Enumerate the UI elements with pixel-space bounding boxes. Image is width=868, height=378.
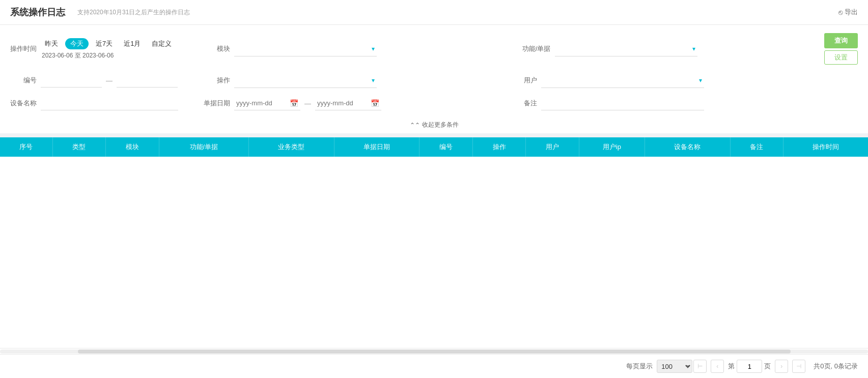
number-start-input[interactable] — [41, 73, 102, 88]
date-end-wrapper: 📅 — [315, 96, 381, 110]
setting-button[interactable]: 设置 — [824, 50, 858, 65]
date-start-wrapper: 📅 — [234, 96, 300, 110]
table-col-功能/单据: 功能/单据 — [159, 137, 248, 157]
user-label: 用户 — [511, 76, 541, 85]
time-btn-yesterday[interactable]: 昨天 — [41, 38, 62, 49]
module-select-wrapper: ▾ — [234, 41, 377, 56]
user-select-wrapper: ▾ — [541, 73, 704, 88]
table-col-设备名称: 设备名称 — [645, 137, 730, 157]
filter-row-1: 操作时间 昨天 今天 近7天 近1月 自定义 2023-06-06 至 2023… — [10, 33, 858, 65]
function-select[interactable] — [555, 41, 697, 56]
device-input[interactable] — [41, 96, 178, 110]
table-col-序号: 序号 — [0, 137, 52, 157]
time-btn-custom[interactable]: 自定义 — [148, 38, 176, 49]
table-col-单据日期: 单据日期 — [334, 137, 419, 157]
function-filter-col: 功能/单据 ▾ — [519, 41, 815, 56]
time-filter-group: 昨天 今天 近7天 近1月 自定义 — [41, 38, 176, 49]
pagination-bar: 每页显示 100 50 200 ▾ ⊢ ‹ 第 页 › ⊣ 共0页, 0条记录 — [0, 354, 868, 378]
scrollbar-track — [0, 350, 868, 354]
module-label: 模块 — [204, 44, 234, 53]
scrollbar-thumb[interactable] — [78, 350, 791, 354]
remark-label: 备注 — [511, 99, 541, 108]
user-filter-col: 用户 ▾ — [511, 73, 797, 88]
module-select[interactable] — [234, 41, 377, 56]
table-col-模块: 模块 — [106, 137, 159, 157]
filter-row-3: 设备名称 单据日期 📅 — 📅 备注 — [10, 96, 858, 110]
page-title: 系统操作日志 — [10, 6, 65, 18]
export-button[interactable]: ⎋ 导出 — [838, 8, 858, 17]
operation-label: 操作 — [204, 76, 234, 85]
export-icon: ⎋ — [838, 8, 843, 16]
time-label: 操作时间 — [10, 44, 41, 53]
number-range-sep: — — [106, 77, 113, 84]
first-page-button[interactable]: ⊢ — [693, 360, 707, 373]
device-filter-col: 设备名称 — [10, 96, 183, 110]
time-filter-col: 操作时间 昨天 今天 近7天 近1月 自定义 2023-06-06 至 2023… — [10, 38, 183, 60]
table-col-业务类型: 业务类型 — [249, 137, 334, 157]
device-label: 设备名称 — [10, 99, 41, 108]
data-table: 序号类型模块功能/单据业务类型单据日期编号操作用户用户ip设备名称备注操作时间 — [0, 137, 868, 157]
voucher-date-filter-col: 单据日期 📅 — 📅 — [204, 96, 490, 110]
page-header: 系统操作日志 支持2020年10月31日之后产生的操作日志 ⎋ 导出 — [0, 0, 868, 25]
table-col-用户ip: 用户ip — [579, 137, 645, 157]
table-col-编号: 编号 — [419, 137, 472, 157]
table-col-类型: 类型 — [52, 137, 105, 157]
collapse-row: ⌃⌃ 收起更多条件 — [10, 119, 858, 129]
scrollbar-row — [0, 348, 868, 354]
query-button[interactable]: 查询 — [824, 33, 858, 48]
empty-state — [0, 157, 868, 335]
page-info: 第 页 — [728, 360, 771, 373]
collapse-button[interactable]: ⌃⌃ 收起更多条件 — [410, 121, 459, 129]
page-number-input[interactable] — [737, 360, 762, 373]
page-size-arrow: ▾ — [686, 363, 689, 370]
operation-filter-col: 操作 ▾ — [204, 73, 490, 88]
calendar-end-icon[interactable]: 📅 — [371, 99, 379, 107]
page-size-label: 每页显示 — [626, 362, 653, 371]
page-unit: 页 — [764, 362, 771, 371]
table-col-备注: 备注 — [730, 137, 783, 157]
collapse-chevron-icon: ⌃⌃ — [410, 122, 420, 129]
table-col-用户: 用户 — [526, 137, 579, 157]
time-btn-1month[interactable]: 近1月 — [120, 38, 145, 49]
function-label: 功能/单据 — [519, 44, 555, 53]
module-filter-col: 模块 ▾ — [204, 41, 499, 56]
table-container: 序号类型模块功能/单据业务类型单据日期编号操作用户用户ip设备名称备注操作时间 — [0, 137, 868, 348]
number-end-input[interactable] — [117, 73, 178, 88]
number-filter-col: 编号 — — [10, 73, 183, 88]
table-col-操作时间: 操作时间 — [783, 137, 868, 157]
voucher-date-sep: — — [304, 100, 311, 107]
operation-select[interactable] — [234, 73, 377, 88]
page-subtitle: 支持2020年10月31日之后产生的操作日志 — [77, 8, 190, 17]
remark-filter-col: 备注 — [511, 96, 797, 110]
time-btn-today[interactable]: 今天 — [65, 38, 89, 49]
prev-page-button[interactable]: ‹ — [711, 360, 724, 373]
page-label: 第 — [728, 362, 735, 371]
time-date-range: 2023-06-06 至 2023-06-06 — [42, 51, 176, 60]
user-select[interactable] — [541, 73, 704, 88]
table-col-操作: 操作 — [472, 137, 525, 157]
calendar-start-icon[interactable]: 📅 — [290, 99, 298, 107]
total-info: 共0页, 0条记录 — [814, 362, 858, 371]
table-header: 序号类型模块功能/单据业务类型单据日期编号操作用户用户ip设备名称备注操作时间 — [0, 137, 868, 157]
operation-select-wrapper: ▾ — [234, 73, 377, 88]
time-btn-7days[interactable]: 近7天 — [92, 38, 117, 49]
last-page-button[interactable]: ⊣ — [792, 360, 805, 373]
remark-input[interactable] — [541, 96, 704, 110]
filter-area: 操作时间 昨天 今天 近7天 近1月 自定义 2023-06-06 至 2023… — [0, 25, 868, 133]
number-label: 编号 — [10, 76, 41, 85]
next-page-button[interactable]: › — [775, 360, 788, 373]
filter-row-2: 编号 — 操作 ▾ 用户 — [10, 73, 858, 88]
action-col: 查询 设置 — [814, 33, 858, 65]
function-select-wrapper: ▾ — [555, 41, 697, 56]
voucher-date-label: 单据日期 — [204, 99, 234, 108]
table-header-row: 序号类型模块功能/单据业务类型单据日期编号操作用户用户ip设备名称备注操作时间 — [0, 137, 868, 157]
